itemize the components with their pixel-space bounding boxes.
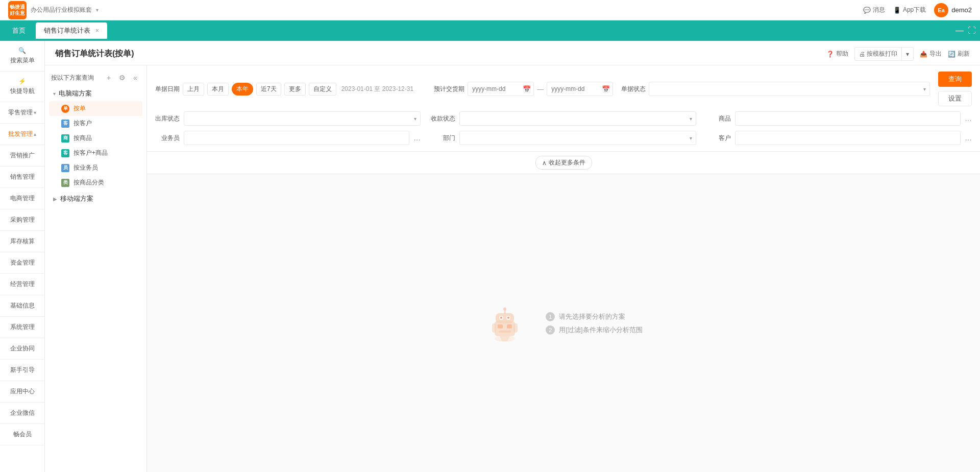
tab-bar-controls: — ⛶ xyxy=(955,26,976,35)
expected-date-end[interactable] xyxy=(547,82,613,96)
collapse-button[interactable]: ∧ 收起更多条件 xyxy=(535,156,592,170)
salesperson-input[interactable] xyxy=(184,131,409,145)
setting-button[interactable]: 设置 xyxy=(938,91,972,106)
app-download-button[interactable]: 📱 App下载 xyxy=(893,6,926,14)
tab-close-icon[interactable]: × xyxy=(95,27,99,34)
date-btn-custom[interactable]: 自定义 xyxy=(309,83,336,96)
scheme-settings-button[interactable]: ⚙ xyxy=(117,73,127,83)
window-minimize-button[interactable]: — xyxy=(955,26,964,35)
print-dropdown-button[interactable]: ▾ xyxy=(902,49,913,60)
svg-rect-5 xyxy=(492,323,496,333)
date-btn-7days[interactable]: 近7天 xyxy=(256,83,281,96)
tab-sales-order-stats[interactable]: 销售订单统计表 × xyxy=(36,22,107,39)
status-select[interactable] xyxy=(649,82,930,96)
scheme-item-by-customer[interactable]: 客 按客户 xyxy=(49,116,142,131)
expected-date-start[interactable] xyxy=(468,82,534,96)
date-btn-this-year[interactable]: 本年 xyxy=(232,83,253,96)
sidebar-item-shortcuts[interactable]: ⚡ 快捷导航 xyxy=(0,72,44,102)
scheme-group-pc-label: 电脑端方案 xyxy=(59,89,92,98)
svg-rect-7 xyxy=(496,313,514,323)
sidebar-item-inventory[interactable]: 库存核算 xyxy=(0,231,44,252)
sidebar-item-ecommerce[interactable]: 电商管理 xyxy=(0,188,44,209)
sidebar-item-purchase[interactable]: 采购管理 xyxy=(0,209,44,231)
date-btn-last-month[interactable]: 上月 xyxy=(183,83,204,96)
scheme-item-by-order[interactable]: 单 按单 xyxy=(49,101,142,116)
hint-1-text: 请先选择要分析的方案 xyxy=(559,312,625,321)
sidebar-item-sales[interactable]: 销售管理 xyxy=(0,167,44,188)
empty-state-icon xyxy=(484,303,525,344)
scheme-item-by-goods[interactable]: 商 按商品 xyxy=(49,131,142,146)
top-bar: 畅捷通好生意 办公用品行业模拟账套 ▾ 💬 消息 📱 App下载 Ea demo… xyxy=(0,0,980,20)
scheme-item-by-salesperson[interactable]: 员 按业务员 xyxy=(49,160,142,175)
refresh-button[interactable]: 🔄 刷新 xyxy=(948,50,970,58)
print-icon: 🖨 xyxy=(859,51,865,58)
scheme-group-pc-header[interactable]: ▾ 电脑端方案 xyxy=(49,86,142,101)
shipment-label: 出库状态 xyxy=(155,114,180,123)
print-button[interactable]: 🖨 按模板打印 xyxy=(855,48,901,60)
sidebar-item-basics[interactable]: 基础信息 xyxy=(0,295,44,317)
scheme-item-icon-square: 商 xyxy=(61,134,69,143)
department-label: 部门 xyxy=(431,134,455,143)
date-btn-this-month[interactable]: 本月 xyxy=(207,83,229,96)
query-button[interactable]: 查询 xyxy=(938,72,972,87)
sidebar-item-retail[interactable]: 零售管理 ▾ xyxy=(0,102,44,124)
sidebar-item-enterprise-wechat[interactable]: 企业微信 xyxy=(0,403,44,424)
scheme-item-icon-grid: 类 xyxy=(61,179,69,187)
help-button[interactable]: ❓ 帮助 xyxy=(826,50,848,58)
filter-area: 单据日期 上月 本月 本年 近7天 更多 自定义 2023-01-01 至 20… xyxy=(147,65,980,152)
print-button-group: 🖨 按模板打印 ▾ xyxy=(854,47,914,61)
sidebar-item-wholesale[interactable]: 批发管理 ▴ xyxy=(0,124,44,145)
scheme-group-mobile-header[interactable]: ▶ 移动端方案 xyxy=(49,191,142,206)
shipment-status-select[interactable] xyxy=(184,111,421,126)
sidebar-item-member[interactable]: 畅会员 xyxy=(0,424,44,445)
goods-input[interactable] xyxy=(735,111,961,126)
shipment-status-cell: 出库状态 ▾ xyxy=(155,111,421,126)
sidebar-item-enterprise-collab[interactable]: 企业协同 xyxy=(0,338,44,360)
sidebar-item-search[interactable]: 🔍 搜索菜单 xyxy=(0,41,44,72)
message-button[interactable]: 💬 消息 xyxy=(863,6,885,14)
salesperson-dots-button[interactable]: … xyxy=(413,134,421,142)
hint-1-num: 1 xyxy=(546,312,555,321)
user-area[interactable]: Ea demo2 xyxy=(934,3,972,17)
sidebar-item-marketing[interactable]: 营销推广 xyxy=(0,145,44,167)
scheme-item-by-category[interactable]: 类 按商品分类 xyxy=(49,175,142,190)
svg-point-13 xyxy=(503,308,506,311)
sidebar-item-finance[interactable]: 资金管理 xyxy=(0,252,44,274)
customer-cell: 客户 … xyxy=(706,131,972,145)
department-select[interactable] xyxy=(459,131,696,145)
scheme-group-mobile-label: 移动端方案 xyxy=(60,194,93,203)
sidebar-item-new-guide[interactable]: 新手引导 xyxy=(0,360,44,381)
customer-dots-button[interactable]: … xyxy=(965,134,972,142)
scheme-icons: + ⚙ « xyxy=(104,73,140,83)
app-title-dropdown-icon[interactable]: ▾ xyxy=(96,7,99,13)
sidebar-item-system[interactable]: 系统管理 xyxy=(0,317,44,338)
scheme-item-icon-square2: 客 xyxy=(61,149,69,157)
scheme-tree: ▾ 电脑端方案 单 按单 客 按客户 商 按商品 xyxy=(45,86,146,206)
status-label: 单据状态 xyxy=(621,85,646,93)
customer-input[interactable] xyxy=(735,131,961,145)
export-button[interactable]: 📤 导出 xyxy=(920,50,942,58)
payment-status-select[interactable] xyxy=(459,111,696,126)
scheme-item-icon-bar2: 员 xyxy=(61,164,69,172)
export-icon: 📤 xyxy=(920,51,927,58)
scheme-item-by-customer-goods[interactable]: 客 按客户+商品 xyxy=(49,146,142,160)
tab-home[interactable]: 首页 xyxy=(4,22,34,39)
scheme-header-label: 按以下方案查询 xyxy=(51,74,94,82)
scheme-collapse-button[interactable]: « xyxy=(130,73,140,83)
main-layout: 🔍 搜索菜单 ⚡ 快捷导航 零售管理 ▾ 批发管理 ▴ 营销推广 销售管理 电商… xyxy=(0,41,980,472)
window-maximize-button[interactable]: ⛶ xyxy=(968,26,976,35)
date-btn-more[interactable]: 更多 xyxy=(284,83,306,96)
action-btn-group: 查询 设置 xyxy=(938,72,972,106)
sidebar-item-operations[interactable]: 经营管理 xyxy=(0,274,44,295)
collapse-bar: ∧ 收起更多条件 xyxy=(147,152,980,174)
sidebar-item-app-center[interactable]: 应用中心 xyxy=(0,381,44,403)
tab-bar: 首页 销售订单统计表 × — ⛶ xyxy=(0,20,980,41)
scheme-add-button[interactable]: + xyxy=(104,73,114,83)
app-download-icon: 📱 xyxy=(893,7,901,14)
sidebar: 🔍 搜索菜单 ⚡ 快捷导航 零售管理 ▾ 批发管理 ▴ 营销推广 销售管理 电商… xyxy=(0,41,45,472)
goods-label: 商品 xyxy=(706,114,731,123)
scheme-group-mobile: ▶ 移动端方案 xyxy=(49,191,142,206)
goods-dots-button[interactable]: … xyxy=(965,114,972,123)
shortcuts-icon: ⚡ xyxy=(18,78,26,85)
avatar: Ea xyxy=(934,3,948,17)
